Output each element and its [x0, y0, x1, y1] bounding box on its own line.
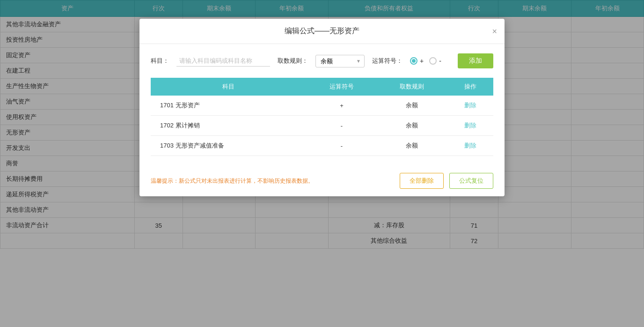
reset-formula-button[interactable]: 公式复位: [449, 173, 493, 189]
modal-header: 编辑公式——无形资产 ×: [139, 19, 505, 44]
table-cell-action: 删除: [447, 116, 493, 136]
op-minus-label: -: [439, 57, 441, 65]
table-cell-subject: 1701 无形资产: [151, 96, 307, 116]
delete-row-link[interactable]: 删除: [464, 142, 476, 149]
subject-input[interactable]: [176, 55, 270, 67]
op-label: 运算符号：: [372, 57, 402, 65]
delete-row-link[interactable]: 删除: [464, 102, 476, 109]
modal-title: 编辑公式——无形资产: [285, 26, 359, 36]
table-cell-op: +: [307, 96, 377, 116]
table-cell-op: -: [307, 136, 377, 156]
modal-dialog: 编辑公式——无形资产 × 科目： 取数规则： 余额借方贷方借方发生额贷方发生额 …: [139, 19, 505, 196]
table-cell-action: 删除: [447, 136, 493, 156]
table-cell-rule: 余额: [377, 116, 447, 136]
add-button[interactable]: 添加: [458, 53, 493, 68]
table-row: 1701 无形资产+余额删除: [151, 96, 493, 116]
op-minus-radio[interactable]: -: [429, 57, 441, 65]
op-plus-label: +: [420, 57, 424, 65]
rule-label: 取数规则：: [278, 57, 308, 65]
delete-row-link[interactable]: 删除: [464, 122, 476, 129]
rule-select-wrapper: 余额借方贷方借方发生额贷方发生额 ▼: [315, 55, 365, 67]
table-cell-op: -: [307, 116, 377, 136]
modal-overlay: 编辑公式——无形资产 × 科目： 取数规则： 余额借方贷方借方发生额贷方发生额 …: [0, 0, 644, 327]
modal-close-button[interactable]: ×: [492, 27, 497, 36]
table-cell-rule: 余额: [377, 96, 447, 116]
rule-select[interactable]: 余额借方贷方借方发生额贷方发生额: [315, 55, 365, 67]
footer-hint: 温馨提示：新公式只对未出报表进行计算，不影响历史报表数据。: [151, 177, 314, 185]
modal-body: 科目： 取数规则： 余额借方贷方借方发生额贷方发生额 ▼ 运算符号： + -: [139, 44, 505, 165]
formula-table: 科目运算符号取数规则操作 1701 无形资产+余额删除1702 累计摊销-余额删…: [151, 78, 493, 156]
table-cell-subject: 1703 无形资产减值准备: [151, 136, 307, 156]
footer-buttons: 全部删除 公式复位: [400, 173, 493, 189]
modal-footer: 温馨提示：新公式只对未出报表进行计算，不影响历史报表数据。 全部删除 公式复位: [139, 165, 505, 196]
table-cell-rule: 余额: [377, 136, 447, 156]
table-cell-action: 删除: [447, 96, 493, 116]
delete-all-button[interactable]: 全部删除: [400, 173, 444, 189]
operator-radio-group: + -: [410, 57, 441, 65]
table-row: 1703 无形资产减值准备-余额删除: [151, 136, 493, 156]
op-plus-radio[interactable]: +: [410, 57, 424, 65]
op-minus-radio-circle: [429, 57, 437, 65]
op-plus-radio-circle: [410, 57, 417, 65]
subject-label: 科目：: [151, 57, 169, 65]
table-row: 1702 累计摊销-余额删除: [151, 116, 493, 136]
table-cell-subject: 1702 累计摊销: [151, 116, 307, 136]
formula-form-row: 科目： 取数规则： 余额借方贷方借方发生额贷方发生额 ▼ 运算符号： + -: [151, 53, 493, 68]
